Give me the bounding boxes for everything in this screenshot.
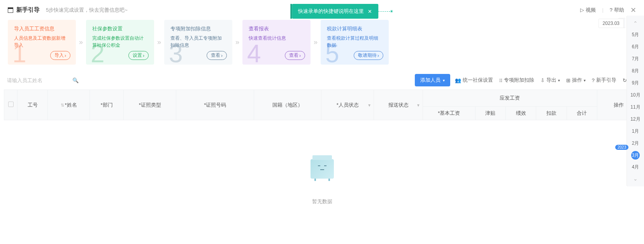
col-checkbox[interactable] [4, 90, 18, 120]
add-person-button[interactable]: 添加人员▾ [415, 74, 450, 86]
help-icon: ? [592, 77, 595, 83]
col-salary-group: 应发工资 [423, 90, 597, 107]
month-item[interactable]: 2月 [627, 137, 644, 149]
month-item[interactable]: 10月 [627, 89, 644, 101]
chevron-icon: » [235, 38, 240, 46]
checkbox-all [8, 102, 14, 107]
col-nation[interactable]: 国籍（地区） [254, 90, 321, 120]
card-social[interactable]: 社保参数设置 完成社保参数设置自动计算社保公积金 2 设置› [86, 20, 154, 65]
month-item[interactable]: 11月 [627, 101, 644, 113]
year-tag: 2023 [615, 145, 628, 150]
help-icon: ? [610, 7, 612, 13]
month-item[interactable]: 5月 [627, 29, 644, 41]
chevron-down-icon: ▾ [443, 78, 445, 83]
shortcut-toast: 快速录单的快捷键说明在这里 ✕ [292, 4, 378, 19]
search-input[interactable] [7, 77, 72, 83]
scan-icon: ⁞⁞ [499, 77, 502, 83]
empty-text: 暂无数据 [0, 198, 644, 205]
col-base[interactable]: *基本工资 [423, 107, 475, 120]
col-deduct[interactable]: 扣款 [536, 107, 567, 120]
col-idtype[interactable]: *证照类型 [124, 90, 176, 120]
header-title: 新手引导 [16, 6, 40, 14]
toolbar: 🔍 添加人员▾ 👥统一社保设置 ⁞⁞专项附加扣除 ⇩导出▾ ⊞操作▾ ?新手引导… [0, 71, 644, 90]
chevron-icon: » [313, 38, 318, 46]
deduct-button[interactable]: ⁞⁞专项附加扣除 [498, 74, 536, 86]
chevron-right-icon: › [65, 53, 66, 58]
toast-text: 快速录单的快捷键说明在这里 [298, 8, 364, 15]
guide-button[interactable]: ?新手引导 [590, 74, 618, 86]
people-icon: 👥 [455, 77, 461, 83]
grid-icon: ⊞ [566, 77, 570, 83]
operate-button[interactable]: ⊞操作▾ [565, 74, 587, 86]
chevron-right-icon: › [143, 53, 144, 58]
chevron-down-icon: ▾ [558, 78, 560, 83]
col-report[interactable]: 报送状态▼ [374, 90, 423, 120]
month-item[interactable]: 8月 [627, 65, 644, 77]
chevron-icon: » [78, 38, 84, 46]
chevron-right-icon: › [221, 53, 223, 58]
chevron-right-icon: › [299, 53, 301, 58]
col-total[interactable]: 合计 [567, 107, 597, 120]
help-link[interactable]: ?帮助 [610, 7, 624, 14]
video-link[interactable]: ▷视频 [580, 7, 596, 14]
settings-button[interactable]: 设置› [128, 51, 149, 60]
col-status[interactable]: *人员状态▼ [321, 90, 374, 120]
chevron-down-icon: ▾ [584, 78, 586, 83]
col-perf[interactable]: 绩效 [506, 107, 536, 120]
col-allow[interactable]: 津贴 [475, 107, 505, 120]
empty-state: 暂无数据 [0, 120, 644, 213]
comingsoon-button[interactable]: 敬请期待› [354, 51, 383, 60]
import-button[interactable]: 导入› [50, 51, 70, 60]
scroll-up-icon[interactable]: ⌃ [627, 18, 644, 29]
close-icon[interactable]: ✕ [630, 6, 636, 14]
col-dept[interactable]: *部门 [89, 90, 124, 120]
month-sidebar: ⌃ 5月6月7月8月9月10月11月12月1月2月3月4月 ⌄ 2023 [626, 16, 644, 186]
header-subtitle: 5步快速完成设置，快去完善信息吧~ [46, 7, 128, 14]
month-item[interactable]: 9月 [627, 77, 644, 89]
search-box[interactable]: 🔍 [4, 76, 74, 85]
filter-icon: ▼ [367, 103, 371, 107]
card-tax[interactable]: 税款计算明细表 查看税款计算过程及明细数据 5 敬请期待› [321, 20, 389, 65]
export-button[interactable]: ⇩导出▾ [539, 74, 562, 86]
chevron-right-icon: › [377, 53, 379, 58]
month-item[interactable]: 3月 [631, 151, 640, 160]
social-settings-button[interactable]: 👥统一社保设置 [453, 74, 495, 86]
employee-table: 工号 *姓名 *部门 *证照类型 *证照号码 国籍（地区） *人员状态▼ 报送状… [4, 90, 640, 120]
toast-close-icon[interactable]: ✕ [368, 9, 372, 14]
year-label: 2023.03 [598, 19, 624, 28]
card-deduct[interactable]: 专项附加扣除信息 查看、导入员工专项附加扣除信息 3 查看› [164, 20, 232, 65]
card-report[interactable]: 查看报表 快速查看统计信息 4 查看› [242, 20, 311, 65]
search-icon[interactable]: 🔍 [72, 77, 79, 83]
col-idno[interactable]: *证照号码 [176, 90, 254, 120]
view-button[interactable]: 查看› [285, 51, 305, 60]
month-item[interactable]: 1月 [627, 125, 644, 137]
filter-icon: ▼ [416, 103, 420, 107]
col-no[interactable]: 工号 [18, 90, 48, 120]
view-button[interactable]: 查看› [207, 51, 227, 60]
scroll-down-icon[interactable]: ⌄ [627, 173, 644, 184]
guide-cards: 导入员工工资信息 人员信息及工资数据新增导入 1 导入› » 社保参数设置 完成… [0, 20, 644, 71]
chevron-icon: » [156, 38, 162, 46]
book-icon [8, 7, 13, 13]
play-icon: ▷ [580, 7, 584, 13]
month-item[interactable]: 7月 [627, 53, 644, 65]
export-icon: ⇩ [540, 77, 545, 83]
card-import[interactable]: 导入员工工资信息 人员信息及工资数据新增导入 1 导入› [8, 20, 76, 65]
month-item[interactable]: 6月 [627, 41, 644, 53]
month-item[interactable]: 4月 [627, 161, 644, 173]
col-name[interactable]: *姓名 [48, 90, 90, 120]
month-item[interactable]: 12月 [627, 113, 644, 125]
empty-icon [303, 159, 342, 190]
